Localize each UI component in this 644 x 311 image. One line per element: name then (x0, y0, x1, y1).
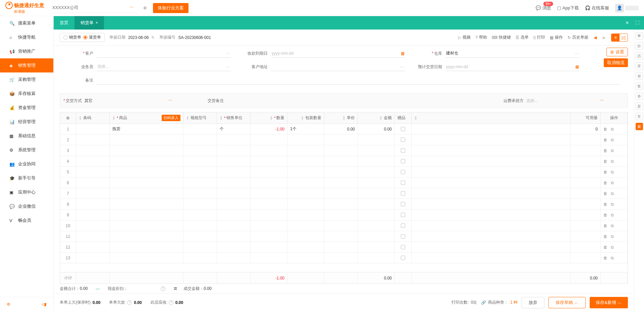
remark-input[interactable] (97, 76, 620, 85)
th-spec[interactable]: ▲▼规格型号 (183, 112, 217, 123)
checkbox-icon[interactable] (401, 127, 405, 131)
doc-date-value[interactable]: 2023-06-06 (128, 35, 149, 40)
close-icon[interactable]: × (96, 20, 98, 25)
addr-input[interactable]: ··· (271, 62, 405, 71)
sidebar-item-4[interactable]: 🛒采购管理 (0, 72, 53, 87)
user-menu[interactable]: 👤 (615, 4, 639, 12)
copy-icon[interactable]: ⧉ (611, 245, 614, 250)
delete-icon[interactable]: 🗑 (603, 180, 607, 185)
tabs-expand-icon[interactable]: ⛶ (634, 20, 641, 25)
delete-icon[interactable]: 🗑 (603, 148, 607, 153)
view-list-icon[interactable]: ≡ (611, 34, 620, 41)
sidebar-item-13[interactable]: 💬企业微信 (0, 199, 53, 213)
salesman-input[interactable]: 选择...··· (97, 62, 231, 71)
save-draft-button[interactable]: 保存草稿︿ (548, 297, 586, 308)
checkbox-icon[interactable] (401, 213, 405, 217)
calendar-icon[interactable]: ▦ (575, 64, 579, 69)
table-row[interactable]: 10🗑⧉ (60, 220, 628, 231)
cell-extra[interactable] (412, 124, 571, 134)
rail-item-9[interactable]: 展 (636, 123, 643, 130)
calendar-icon[interactable]: ▦ (401, 51, 405, 56)
help-link[interactable]: ?帮助 (475, 35, 487, 40)
cell-amount[interactable]: 0.00 (358, 124, 395, 134)
checkbox-icon[interactable] (401, 256, 405, 260)
delete-icon[interactable]: 🗑 (603, 202, 607, 207)
checkbox-icon[interactable] (401, 191, 405, 196)
print-link[interactable]: ⎙打印 (533, 35, 545, 40)
delete-icon[interactable]: 🗑 (603, 223, 607, 228)
copy-icon[interactable]: ⧉ (611, 191, 614, 196)
cancel-logistics-button[interactable]: 取消物流 (604, 58, 628, 67)
view-card-icon[interactable]: ▯▯ (620, 34, 628, 41)
actions-link[interactable]: ▦操作 (550, 35, 563, 40)
rail-item-1[interactable]: 价 (636, 42, 643, 50)
checkbox-icon[interactable] (401, 245, 405, 249)
table-row[interactable]: 12🗑⧉ (60, 242, 628, 253)
th-barcode[interactable]: ▲▼条码 (76, 112, 110, 123)
copy-icon[interactable]: ⧉ (611, 213, 614, 217)
sidebar-item-0[interactable]: 🔍搜索菜单 (0, 16, 53, 30)
th-pack[interactable]: ▲▼包装数量 (287, 112, 324, 123)
rail-item-3[interactable]: 库 (636, 62, 643, 70)
checkbox-icon[interactable] (401, 202, 405, 206)
th-price[interactable]: ▲▼单价 (324, 112, 358, 123)
table-row[interactable]: 9🗑⧉ (60, 210, 628, 220)
th-qty[interactable]: ▲▼*数量 (251, 112, 287, 123)
checkbox-icon[interactable] (401, 170, 405, 174)
th-amount[interactable]: ▲▼金额 (358, 112, 395, 123)
delivery-note-input[interactable] (226, 96, 493, 105)
delivery-mode-select[interactable]: 其它﹀ (85, 98, 198, 104)
collapse-icon[interactable]: ◁▮ (41, 302, 47, 307)
sidebar-item-11[interactable]: 🎓新手引导 (0, 171, 53, 185)
table-row[interactable]: 1拣货个-1.001个0.000.000🗑⧉ (60, 124, 628, 135)
delete-icon[interactable]: 🗑 (603, 138, 607, 142)
copy-icon[interactable]: ⧉ (611, 148, 614, 153)
more-icon[interactable]: ··· (226, 64, 230, 69)
cell-qty[interactable]: -1.00 (251, 124, 287, 134)
sidebar-item-7[interactable]: 📊经营管理 (0, 115, 53, 129)
help-icon[interactable]: ? (169, 300, 173, 305)
form-settings-button[interactable]: ⚙设置 (606, 48, 628, 56)
rail-item-8[interactable]: 车 (636, 113, 643, 120)
sidebar-item-2[interactable]: 📢营销推广 (0, 44, 53, 58)
delete-icon[interactable]: 🗑 (603, 245, 607, 250)
customer-input[interactable]: ··· (97, 49, 231, 58)
support-link[interactable]: 🎧在线客服 (585, 5, 609, 11)
tab-home[interactable]: 首页 (54, 16, 74, 30)
copy-icon[interactable]: ⧉ (611, 202, 614, 207)
delete-icon[interactable]: 🗑 (603, 256, 607, 260)
sidebar-item-1[interactable]: ⌂快捷导航 (0, 30, 53, 44)
table-row[interactable]: 13🗑⧉ (60, 253, 628, 263)
th-unit[interactable]: ▲▼*销售单位 (217, 112, 251, 123)
delete-icon[interactable]: 🗑 (603, 213, 607, 217)
cell-pack[interactable]: 1个 (287, 124, 324, 134)
help-icon[interactable]: ? (161, 287, 165, 291)
copy-icon[interactable]: ⧉ (611, 170, 614, 174)
trial-button[interactable]: 体验行业方案 (153, 3, 189, 13)
checkbox-icon[interactable] (401, 180, 405, 185)
sidebar-item-12[interactable]: ▣应用中心 (0, 185, 53, 199)
shortcut-link[interactable]: ⌨快捷键 (492, 35, 511, 40)
select-order-link[interactable]: ☰选单 (516, 35, 529, 40)
table-row[interactable]: 4🗑⧉ (60, 156, 628, 167)
copy-icon[interactable]: ⧉ (611, 234, 614, 239)
th-product[interactable]: ▲▼*商品扫码录入 (110, 112, 183, 123)
rail-item-5[interactable]: 客 (636, 83, 643, 90)
rail-item-2[interactable]: 历 (636, 52, 643, 60)
delete-icon[interactable]: 🗑 (603, 234, 607, 239)
copy-icon[interactable]: ⧉ (611, 127, 614, 132)
freight-select[interactable]: 选择...﹀ (526, 98, 624, 104)
rail-item-0[interactable]: 草 (636, 32, 643, 40)
delete-icon[interactable]: 🗑 (603, 170, 607, 174)
settings-icon[interactable]: ⚙ (140, 3, 150, 13)
cell-gift[interactable] (395, 124, 412, 134)
scan-badge[interactable]: 扫码录入 (162, 115, 180, 121)
cell-product[interactable]: 拣货 (110, 124, 183, 134)
copy-icon[interactable]: ⧉ (611, 138, 614, 142)
rail-item-6[interactable]: 券 (636, 93, 643, 100)
history-link[interactable]: ↻历史单据 (568, 35, 588, 40)
checkbox-icon[interactable] (401, 148, 405, 153)
copy-icon[interactable]: ⧉ (611, 256, 614, 260)
help-icon[interactable]: ? (127, 300, 132, 305)
discount-label[interactable]: 现金折扣： (108, 286, 128, 292)
